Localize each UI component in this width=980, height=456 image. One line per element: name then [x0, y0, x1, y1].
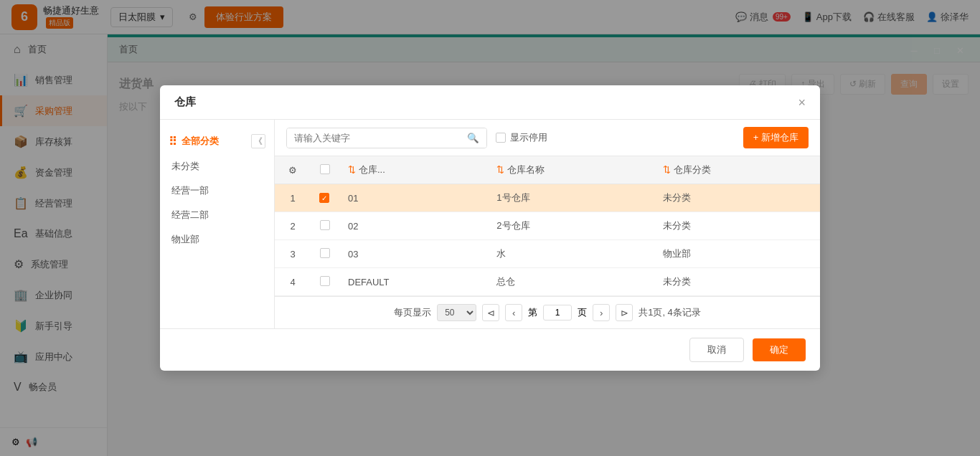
- category-title: ⠿ 全部分类: [169, 135, 219, 148]
- row-code: 02: [339, 212, 488, 240]
- category-list: 未分类经营一部经营二部物业部: [160, 154, 274, 252]
- warehouse-table: ⚙ ⇅仓库... ⇅仓库名称: [275, 156, 820, 296]
- search-input[interactable]: [287, 128, 460, 148]
- show-disabled-checkbox[interactable]: [496, 133, 506, 143]
- next-page-button[interactable]: ›: [593, 304, 610, 321]
- grid-icon: ⠿: [169, 135, 177, 148]
- dialog-close-button[interactable]: ×: [798, 96, 806, 109]
- row-name: 总仓: [488, 268, 654, 296]
- row-category: 物业部: [654, 240, 820, 268]
- category-item[interactable]: 物业部: [160, 227, 274, 252]
- row-num: 2: [275, 212, 311, 240]
- row-num: 1: [275, 184, 311, 212]
- collapse-button[interactable]: 《: [251, 134, 265, 148]
- table-header-row: ⚙ ⇅仓库... ⇅仓库名称: [275, 156, 820, 184]
- total-info: 共1页, 4条记录: [639, 306, 701, 319]
- row-num: 4: [275, 268, 311, 296]
- prev-page-button[interactable]: ‹: [505, 304, 522, 321]
- row-code: DEFAULT: [339, 268, 488, 296]
- page-label: 第: [528, 306, 537, 319]
- dialog-title: 仓库: [174, 95, 196, 109]
- th-category: ⇅仓库分类: [654, 156, 820, 184]
- table: ⚙ ⇅仓库... ⇅仓库名称: [275, 156, 820, 296]
- dialog-footer: 取消 确定: [160, 328, 820, 371]
- page-input[interactable]: [543, 305, 572, 320]
- dialog-body: ⠿ 全部分类 《 未分类经营一部经营二部物业部 🔍: [160, 120, 820, 328]
- warehouse-dialog: 仓库 × ⠿ 全部分类 《 未分类经营一部经营二部物业部: [160, 85, 820, 371]
- warehouse-toolbar: 🔍 显示停用 + 新增仓库: [275, 120, 820, 156]
- row-checkbox[interactable]: [311, 240, 339, 268]
- last-page-button[interactable]: ⊳: [616, 304, 633, 321]
- page-suffix: 页: [578, 306, 587, 319]
- table-row[interactable]: 4 DEFAULT 总仓 未分类: [275, 268, 820, 296]
- all-category-label: 全部分类: [182, 135, 219, 148]
- show-disabled-text: 显示停用: [510, 131, 547, 144]
- th-name: ⇅仓库名称: [488, 156, 654, 184]
- table-body: 1 ✓ 01 1号仓库 未分类 2 02 2号仓库 未分类 3 03 水 物业部…: [275, 184, 820, 296]
- category-item[interactable]: 经营一部: [160, 179, 274, 203]
- search-box: 🔍: [286, 128, 487, 148]
- search-button[interactable]: 🔍: [460, 128, 486, 148]
- sort-icon-cat: ⇅: [663, 164, 671, 175]
- category-item[interactable]: 经营二部: [160, 203, 274, 227]
- per-page-select[interactable]: 50 20 100: [437, 304, 476, 321]
- row-name: 2号仓库: [488, 212, 654, 240]
- dialog-header: 仓库 ×: [160, 85, 820, 120]
- th-code: ⇅仓库...: [339, 156, 488, 184]
- sort-icon: ⇅: [348, 164, 356, 175]
- row-code: 01: [339, 184, 488, 212]
- sort-icon-name: ⇅: [496, 164, 504, 175]
- row-name: 水: [488, 240, 654, 268]
- th-settings: ⚙: [275, 156, 311, 184]
- table-row[interactable]: 1 ✓ 01 1号仓库 未分类: [275, 184, 820, 212]
- row-num: 3: [275, 240, 311, 268]
- cancel-button[interactable]: 取消: [689, 338, 744, 362]
- pagination-bar: 每页显示 50 20 100 ⊲ ‹ 第 页 › ⊳ 共1页, 4条记录: [275, 296, 820, 328]
- row-checkbox[interactable]: [311, 212, 339, 240]
- row-category: 未分类: [654, 212, 820, 240]
- category-header[interactable]: ⠿ 全部分类 《: [160, 128, 274, 154]
- header-checkbox[interactable]: [320, 164, 330, 174]
- row-name: 1号仓库: [488, 184, 654, 212]
- modal-overlay[interactable]: 仓库 × ⠿ 全部分类 《 未分类经营一部经营二部物业部: [0, 0, 980, 456]
- row-category: 未分类: [654, 184, 820, 212]
- new-warehouse-button[interactable]: + 新增仓库: [743, 127, 809, 148]
- table-row[interactable]: 3 03 水 物业部: [275, 240, 820, 268]
- first-page-button[interactable]: ⊲: [482, 304, 499, 321]
- category-panel: ⠿ 全部分类 《 未分类经营一部经营二部物业部: [160, 120, 275, 328]
- row-checkbox[interactable]: [311, 268, 339, 296]
- per-page-label: 每页显示: [394, 306, 431, 319]
- row-category: 未分类: [654, 268, 820, 296]
- confirm-button[interactable]: 确定: [753, 338, 806, 361]
- th-checkbox: [311, 156, 339, 184]
- warehouse-panel: 🔍 显示停用 + 新增仓库 ⚙: [275, 120, 820, 328]
- show-disabled-label[interactable]: 显示停用: [496, 131, 547, 144]
- category-item[interactable]: 未分类: [160, 154, 274, 179]
- row-code: 03: [339, 240, 488, 268]
- row-checkbox[interactable]: ✓: [311, 184, 339, 212]
- table-row[interactable]: 2 02 2号仓库 未分类: [275, 212, 820, 240]
